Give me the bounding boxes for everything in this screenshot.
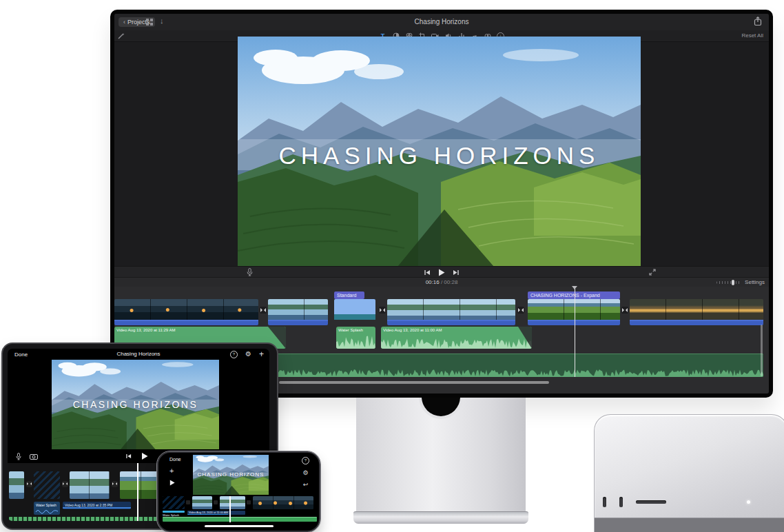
timeline-header: 00:16 / 00:28 Settings	[114, 277, 769, 287]
clip-audio-strip[interactable]	[528, 320, 620, 325]
transition-icon[interactable]	[62, 481, 68, 487]
imovie-window: ‹Projects ↓ Chasing Horizons T	[114, 14, 769, 393]
play-button[interactable]	[169, 480, 175, 486]
fade-handle[interactable]	[518, 327, 532, 349]
scene-canvas: ‹Projects ↓ Chasing Horizons T	[0, 0, 784, 532]
help-icon[interactable]: ?	[302, 457, 309, 464]
waveform-squiggle	[35, 508, 59, 514]
clip-audio-strip[interactable]	[630, 320, 763, 325]
iphone: CHASING HORIZONS Done + ? ⚙ ↩ Water Spla…	[157, 451, 320, 532]
skip-forward-button[interactable]	[453, 269, 459, 276]
thumbnail-seams	[114, 299, 258, 320]
title-bar-standard[interactable]: Standard	[334, 291, 364, 299]
transport-bar	[114, 266, 769, 278]
done-button[interactable]: Done	[169, 457, 181, 462]
skip-back-button[interactable]	[424, 269, 431, 276]
title-overlay-text: CHASING HORIZONS	[238, 142, 641, 170]
home-indicator[interactable]	[205, 525, 274, 527]
timeline-zoom-slider[interactable]	[716, 281, 741, 284]
title-overlay-text: CHASING HORIZONS	[193, 471, 269, 478]
transition-icon[interactable]	[26, 481, 32, 487]
add-media-button[interactable]: +	[259, 351, 264, 358]
title-bar-chasing-horizons[interactable]: CHASING HORIZONS - Expand	[528, 291, 620, 299]
iphone-right-controls: ? ⚙ ↩	[302, 457, 309, 488]
play-button[interactable]	[438, 269, 445, 276]
title-clip[interactable]	[334, 299, 375, 314]
water-splash-clip[interactable]	[163, 496, 185, 509]
settings-button[interactable]: Settings	[745, 278, 765, 287]
ipad-top-bar: Done Chasing Horizons ? ⚙ +	[8, 349, 269, 360]
playhead[interactable]	[575, 287, 575, 377]
title-clip-base[interactable]	[334, 314, 375, 320]
video-clip[interactable]	[9, 471, 24, 499]
timecode-current: 00:16	[426, 279, 440, 285]
zoom-slider-thumb[interactable]	[732, 280, 734, 285]
project-title: Chasing Horizons	[114, 14, 769, 30]
waveform	[381, 338, 532, 349]
settings-gear-icon[interactable]: ⚙	[302, 470, 308, 476]
display-stand-base	[353, 511, 528, 524]
video-clip[interactable]	[268, 299, 328, 320]
stand-cable-hole	[422, 398, 460, 416]
help-icon[interactable]: ?	[230, 351, 238, 358]
transition-icon[interactable]	[621, 307, 628, 314]
music-track[interactable]	[163, 517, 317, 522]
add-media-button[interactable]: +	[169, 468, 174, 473]
transition-icon[interactable]	[379, 307, 386, 314]
video-clip[interactable]	[70, 471, 110, 499]
playback-controls	[114, 267, 769, 278]
display-stand	[356, 398, 526, 512]
video-clip[interactable]	[387, 299, 515, 320]
main-toolbar: ‹Projects ↓ Chasing Horizons	[114, 14, 769, 31]
undo-icon[interactable]: ↩	[303, 482, 309, 488]
audio-clip[interactable]: Video Aug 13, 2020 at 2:35 PM	[63, 502, 131, 509]
clip-audio-strip[interactable]	[387, 320, 515, 325]
record-voiceover-icon[interactable]	[16, 453, 21, 460]
playhead[interactable]	[137, 463, 138, 521]
studio-display: ‹Projects ↓ Chasing Horizons T	[110, 10, 773, 398]
reset-all-button[interactable]: Reset All	[741, 30, 763, 41]
transition-icon[interactable]	[214, 500, 218, 504]
video-clip[interactable]	[192, 496, 212, 509]
vertical-scrollbar[interactable]	[761, 325, 763, 376]
clip-audio-strip[interactable]	[268, 320, 328, 325]
transition-icon[interactable]	[247, 500, 251, 504]
share-icon[interactable]	[754, 17, 762, 26]
power-led	[747, 500, 750, 504]
transition-icon[interactable]	[517, 307, 524, 314]
sd-card-slot	[636, 500, 666, 504]
mac-studio	[594, 414, 784, 532]
skip-back-button[interactable]	[126, 453, 132, 459]
water-splash-clip[interactable]	[34, 471, 60, 499]
timecode-total: 00:28	[444, 279, 457, 285]
iphone-viewer: CHASING HORIZONS	[193, 455, 269, 495]
settings-gear-icon[interactable]: ⚙	[245, 351, 251, 358]
audio-clip[interactable]: Video Aug 13, 2020 at 11:00 AM	[187, 511, 245, 515]
audio-clip[interactable]: Video Aug 13, 2020 at 11:00 AM	[381, 327, 532, 349]
title-overlay-text: CHASING HORIZONS	[52, 399, 219, 410]
playhead[interactable]	[229, 496, 231, 522]
video-clip[interactable]	[114, 299, 258, 320]
video-clip[interactable]	[630, 299, 763, 320]
transition-icon[interactable]	[112, 481, 118, 487]
usb-c-port	[603, 497, 606, 507]
timecode: 00:16 / 00:28	[114, 278, 769, 287]
usb-c-port	[619, 497, 623, 507]
video-clip[interactable]	[253, 496, 313, 509]
audio-clip[interactable]: Water Splash	[336, 327, 375, 349]
ipad-viewer: CHASING HORIZONS	[52, 360, 219, 449]
fullscreen-icon[interactable]	[649, 269, 656, 276]
audio-clip[interactable]	[163, 511, 185, 513]
iphone-left-controls: Done +	[169, 457, 181, 486]
audio-clip[interactable]: Water Splash	[34, 502, 60, 515]
waveform	[336, 335, 375, 349]
video-clip[interactable]	[528, 299, 620, 320]
horizontal-scrollbar[interactable]	[279, 381, 549, 384]
camera-icon[interactable]	[30, 453, 38, 460]
video-clip[interactable]	[220, 496, 245, 509]
transition-icon[interactable]	[260, 307, 267, 314]
transition-icon[interactable]	[186, 500, 190, 504]
play-button[interactable]	[141, 452, 148, 460]
viewer: CHASING HORIZONS	[238, 37, 641, 266]
clip-audio-strip[interactable]	[114, 320, 258, 325]
